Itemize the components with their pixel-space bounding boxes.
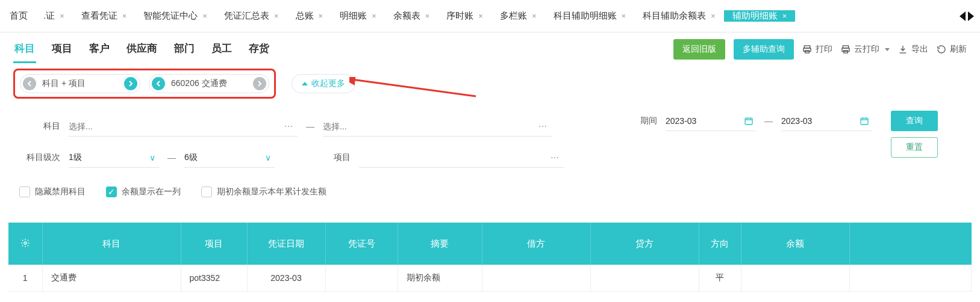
table-header: 项目: [181, 223, 247, 265]
table-header: 贷方: [590, 223, 699, 265]
close-icon[interactable]: ×: [711, 11, 716, 20]
close-icon[interactable]: ×: [122, 11, 127, 20]
subtab-item[interactable]: 部门: [173, 35, 196, 63]
collapse-more-button[interactable]: 收起更多: [292, 74, 355, 93]
tab-item[interactable]: 查看凭证×: [73, 10, 136, 22]
close-icon[interactable]: ×: [478, 11, 483, 20]
tab-item[interactable]: .证×: [35, 10, 73, 22]
tab-item[interactable]: 科目辅助余额表×: [634, 10, 724, 22]
period-to-field[interactable]: 2023-03: [781, 111, 872, 131]
project-field[interactable]: ⋯: [359, 147, 564, 168]
tab-item[interactable]: 余额表×: [385, 10, 439, 22]
table-row[interactable]: 1交通费pot33522023-03期初余额平: [8, 265, 972, 291]
subtab-item[interactable]: 存货: [248, 35, 270, 63]
svg-line-6: [352, 79, 476, 96]
table-header: 凭证号: [325, 223, 398, 265]
tab-label: 辅助明细账: [732, 10, 778, 22]
chk-initial-ytd[interactable]: 期初余额显示本年累计发生额: [201, 186, 326, 197]
project-input[interactable]: [359, 153, 547, 162]
print-button[interactable]: 打印: [802, 44, 832, 55]
tabs-bar: 首页 .证×查看凭证×智能凭证中心×凭证汇总表×总账×明细账×余额表×序时账×多…: [0, 0, 980, 32]
lookup-icon[interactable]: ⋯: [281, 122, 298, 131]
multi-aux-button[interactable]: 多辅助查询: [734, 39, 794, 60]
tab-item[interactable]: 辅助明细账×: [724, 10, 796, 22]
gear-icon[interactable]: [20, 238, 30, 248]
tabs-scroll-right-icon[interactable]: [968, 11, 974, 21]
tabs-wrap: 首页 .证×查看凭证×智能凭证中心×凭证汇总表×总账×明细账×余额表×序时账×多…: [2, 10, 956, 22]
period-from-field[interactable]: 2023-03: [666, 111, 756, 131]
calendar-icon[interactable]: [857, 116, 872, 126]
subject-to-input[interactable]: [323, 122, 535, 131]
chk-balance-one-col[interactable]: ✓ 余额显示在一列: [106, 186, 181, 197]
export-button[interactable]: 导出: [898, 44, 928, 55]
reset-button[interactable]: 重置: [891, 137, 938, 158]
chip-label: 科目 + 项目: [36, 78, 124, 89]
checkbox-icon: [19, 186, 30, 197]
refresh-icon: [937, 45, 946, 54]
subtab-item[interactable]: 科目: [13, 35, 36, 63]
close-icon[interactable]: ×: [202, 11, 207, 20]
subject-to-field[interactable]: ⋯: [323, 116, 552, 137]
svg-rect-8: [861, 118, 868, 125]
close-icon[interactable]: ×: [782, 11, 787, 20]
lookup-icon[interactable]: ⋯: [535, 122, 552, 131]
chevron-down-icon: [885, 48, 890, 51]
table-cell: 1: [8, 265, 42, 291]
tab-label: 查看凭证: [81, 10, 117, 22]
subtab-item[interactable]: 项目: [51, 35, 73, 63]
chk-hide-disabled[interactable]: 隐藏禁用科目: [19, 186, 86, 197]
subtab-item[interactable]: 供应商: [125, 35, 158, 63]
tab-home[interactable]: 首页: [2, 10, 35, 22]
close-icon[interactable]: ×: [425, 11, 430, 20]
table-cell: [325, 265, 398, 291]
refresh-button[interactable]: 刷新: [937, 44, 967, 55]
subject-from-field[interactable]: ⋯: [69, 116, 298, 137]
subtab-item[interactable]: 客户: [88, 35, 111, 63]
cloud-print-button[interactable]: 云打印: [841, 44, 890, 55]
tabs-scroll-left-icon[interactable]: [960, 11, 966, 21]
close-icon[interactable]: ×: [274, 11, 279, 20]
cloud-print-icon: [841, 45, 850, 54]
query-button[interactable]: 查询: [891, 111, 938, 131]
table-cell: [741, 265, 849, 291]
tab-item[interactable]: 智能凭证中心×: [135, 10, 216, 22]
level-from-select[interactable]: 1级 ∨: [69, 147, 159, 168]
chip-prev-icon[interactable]: [152, 77, 165, 90]
close-icon[interactable]: ×: [622, 11, 626, 20]
table-header: 方向: [699, 223, 741, 265]
chip-prev-icon[interactable]: [23, 77, 36, 90]
lookup-icon[interactable]: ⋯: [547, 153, 564, 162]
close-icon[interactable]: ×: [372, 11, 376, 20]
range-dash: —: [298, 122, 323, 131]
chip-subject-code[interactable]: 660206 交通费: [149, 74, 269, 93]
subject-label: 科目: [13, 121, 69, 132]
form-buttons: 查询 重置: [891, 111, 938, 158]
chip-subject-project[interactable]: 科目 + 项目: [20, 74, 140, 93]
filter-form: 科目 ⋯ — ⋯ 科目级次 1级 ∨ — 6级 ∨ 项目: [0, 105, 980, 208]
chip-next-icon[interactable]: [124, 77, 137, 90]
tab-label: 首页: [10, 10, 28, 22]
tab-label: 明细账: [340, 10, 367, 22]
close-icon[interactable]: ×: [319, 11, 323, 20]
tab-item[interactable]: 凭证汇总表×: [216, 10, 287, 22]
level-to-select[interactable]: 6级 ∨: [184, 147, 275, 168]
result-table: 科目项目凭证日期凭证号摘要借方贷方方向余额 1交通费pot33522023-03…: [8, 223, 972, 292]
printer-icon: [802, 45, 812, 54]
table-cell: [590, 265, 699, 291]
chip-next-icon[interactable]: [253, 77, 266, 90]
subject-from-input[interactable]: [69, 122, 281, 131]
highlighted-filter-box: 科目 + 项目 660206 交通费: [13, 69, 276, 99]
tab-item[interactable]: 多栏账×: [492, 10, 545, 22]
tab-item[interactable]: 科目辅助明细账×: [545, 10, 635, 22]
table-header: 余额: [741, 223, 849, 265]
table-cell: 2023-03: [247, 265, 325, 291]
tab-item[interactable]: 明细账×: [331, 10, 385, 22]
tab-item[interactable]: 序时账×: [438, 10, 492, 22]
subtab-item[interactable]: 员工: [210, 35, 233, 63]
tab-item[interactable]: 总账×: [287, 10, 332, 22]
back-old-button[interactable]: 返回旧版: [673, 39, 725, 60]
close-icon[interactable]: ×: [60, 11, 64, 20]
calendar-icon[interactable]: [741, 116, 756, 126]
close-icon[interactable]: ×: [532, 11, 537, 20]
table-cell: 交通费: [42, 265, 181, 291]
